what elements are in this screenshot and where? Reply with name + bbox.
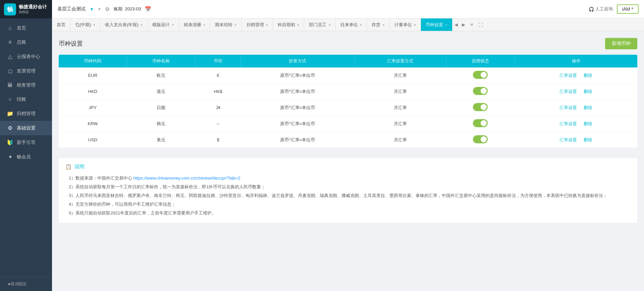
tab-label: 部门员工	[309, 22, 326, 28]
sidebar-item-settings[interactable]: ⚙ 基础设置	[0, 121, 52, 135]
cell-rate-type: 月汇率	[355, 100, 446, 116]
tabbar: 首页 乜(中期) × 收入支出表(年报) × 模版设计 × 税表清册 × 期末结…	[52, 18, 644, 31]
tab-tax[interactable]: 税表清册 ×	[179, 18, 210, 31]
rate-setting-link[interactable]: 汇率设置	[559, 105, 577, 110]
enable-toggle[interactable]	[473, 119, 488, 127]
tab-close-icon[interactable]: ×	[297, 23, 299, 27]
cell-symbol: HK$	[195, 84, 240, 100]
tab-close-icon[interactable]: ×	[141, 23, 143, 27]
note-item: 2）系统自动获取每月第一个工作日的汇率标价，统一为直接标价法，即1外币可以兑换的…	[69, 183, 631, 191]
note-title-text: 说明	[74, 163, 85, 170]
tab-prev-icon[interactable]: ◀	[452, 18, 460, 31]
tab-close-icon[interactable]: ×	[93, 23, 95, 27]
sidebar: 畅 畅捷通好会计 旗舰版 ⌂ 首页 ≡ 总账 △ 云报表中心 ◻ 发票管理 🏛 …	[0, 0, 52, 291]
tab-close-icon[interactable]: ×	[414, 23, 416, 27]
tab-next-icon[interactable]: ▶	[460, 18, 467, 31]
delete-link[interactable]: 删除	[584, 137, 592, 142]
tab-close-icon[interactable]: ×	[234, 23, 236, 27]
cell-status	[446, 84, 515, 100]
delete-link[interactable]: 删除	[584, 89, 592, 94]
rate-setting-link[interactable]: 汇率设置	[559, 121, 577, 126]
new-currency-button[interactable]: 新增币种	[605, 38, 637, 49]
tab-close-icon[interactable]: ×	[203, 23, 205, 27]
tab-label: 科目期初	[278, 22, 295, 28]
note-link[interactable]: https://www.chinamoney.com.cn/chinese/bk…	[133, 176, 240, 181]
sidebar-item-reports[interactable]: △ 云报表中心	[0, 49, 52, 64]
app-logo-icon: 畅	[4, 3, 16, 15]
rate-setting-link[interactable]: 汇率设置	[559, 73, 577, 78]
tab-close-icon[interactable]: ×	[328, 23, 330, 27]
help-button[interactable]: 🎧 人工咨询	[589, 6, 613, 12]
tab-closing[interactable]: 期末结转 ×	[210, 18, 241, 31]
enable-toggle[interactable]	[473, 71, 488, 79]
sidebar-item-label: 归档管理	[17, 111, 36, 117]
sidebar-item-member[interactable]: ✦ 畅会员	[0, 150, 52, 164]
sidebar-item-invoice[interactable]: ◻ 发票管理	[0, 64, 52, 78]
app-name: 畅捷通好会计	[19, 4, 47, 10]
company-name: 基层工会测试	[57, 6, 86, 12]
delete-link[interactable]: 删除	[584, 121, 592, 126]
tab-expand-icon[interactable]: ⛶	[476, 18, 485, 31]
tab-label: 币种设置	[426, 22, 443, 28]
main-area: 基层工会测试 ▼ + ⚙ 账期 2023-03 📅 🎧 人工咨询 iAM * 首…	[52, 0, 644, 291]
tab-template[interactable]: 模版设计 ×	[148, 18, 179, 31]
rate-setting-link[interactable]: 汇率设置	[559, 137, 577, 142]
cell-name: 韩元	[127, 116, 195, 132]
add-company-icon[interactable]: +	[98, 6, 101, 12]
sidebar-item-label: 云报表中心	[17, 54, 40, 60]
company-dropdown-icon[interactable]: ▼	[90, 7, 94, 12]
sidebar-item-ledger[interactable]: ≡ 总账	[0, 35, 52, 49]
tab-units[interactable]: 往来单位 ×	[336, 18, 367, 31]
tab-income[interactable]: 收入支出表(年报) ×	[100, 18, 148, 31]
sidebar-item-home[interactable]: ⌂ 首页	[0, 21, 52, 35]
topbar-right: 🎧 人工咨询 iAM *	[589, 4, 639, 14]
home-icon: ⌂	[7, 25, 13, 31]
sidebar-item-guide[interactable]: 🔰 新手引导	[0, 135, 52, 150]
sidebar-logo: 畅 畅捷通好会计 旗舰版	[0, 0, 52, 18]
tab-close-icon[interactable]: ×	[382, 23, 384, 27]
cell-action: 汇率设置 删除	[515, 100, 637, 116]
tab-subjects[interactable]: 科目期初 ×	[273, 18, 304, 31]
sidebar-item-tax[interactable]: 🏛 税务管理	[0, 78, 52, 92]
tab-close-icon[interactable]: ×	[360, 23, 362, 27]
calendar-icon[interactable]: 📅	[145, 6, 151, 12]
settings-gear-icon[interactable]: ⚙	[105, 6, 110, 12]
delete-link[interactable]: 删除	[584, 73, 592, 78]
tab-stock[interactable]: 存货 ×	[367, 18, 389, 31]
delete-link[interactable]: 删除	[584, 105, 592, 110]
currency-table: 币种代码 币种名称 币符 折算方式 汇率设置方式 启用状态 操作 EUR 欧元 …	[59, 55, 637, 148]
cell-status	[446, 100, 515, 116]
note-item: 4）无官方牌价的币种，可以用用户手工维护汇率信息；	[69, 200, 631, 209]
enable-toggle[interactable]	[473, 87, 488, 95]
rate-setting-link[interactable]: 汇率设置	[559, 89, 577, 94]
note-item: 5）系统只能自动抓取2021年度后的汇率，之前年度汇率需要用户手工维护。	[69, 209, 631, 217]
help-label: 人工咨询	[595, 6, 613, 12]
sidebar-item-label: 畅会员	[17, 154, 31, 160]
account-button[interactable]: iAM *	[617, 4, 639, 14]
sidebar-item-label: 税务管理	[17, 82, 36, 88]
tab-label: 税表清册	[184, 22, 201, 28]
tab-currency[interactable]: 币种设置 ×	[421, 18, 452, 31]
sidebar-item-closing[interactable]: ○ 结账	[0, 92, 52, 106]
tab-label: 往来单位	[340, 22, 358, 28]
col-header-action: 操作	[515, 55, 637, 67]
cell-status	[446, 132, 515, 148]
sidebar-pin-toggle[interactable]: ◄取消固定	[0, 277, 52, 291]
tab-close-icon[interactable]: ×	[445, 23, 447, 27]
currency-table-container: 币种代码 币种名称 币符 折算方式 汇率设置方式 启用状态 操作 EUR 欧元 …	[59, 55, 637, 148]
enable-toggle[interactable]	[473, 103, 488, 111]
tab-archive[interactable]: 归档管理 ×	[242, 18, 273, 31]
cell-conversion: 原币*汇率=本位币	[241, 84, 355, 100]
sidebar-item-archive[interactable]: 📁 归档管理	[0, 106, 52, 121]
tab-close-all-icon[interactable]: ✕	[467, 18, 476, 31]
enable-toggle[interactable]	[473, 135, 488, 143]
table-row: KRW 韩元 -- 原币*汇率=本位币 月汇率 汇率设置 删除	[59, 116, 637, 132]
tab-mid[interactable]: 乜(中期) ×	[70, 18, 100, 31]
tab-close-icon[interactable]: ×	[172, 23, 174, 27]
tab-close-icon[interactable]: ×	[266, 23, 268, 27]
tab-home[interactable]: 首页	[52, 18, 70, 31]
note-icon: 📋	[65, 164, 72, 170]
tab-unit[interactable]: 计量单位 ×	[390, 18, 421, 31]
cell-symbol: J¥	[195, 100, 240, 116]
tab-department[interactable]: 部门员工 ×	[304, 18, 335, 31]
